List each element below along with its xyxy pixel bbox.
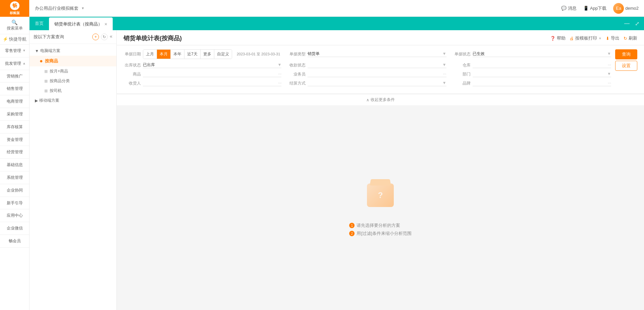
tree-item-month-product[interactable]: ▦ 按月+商品 (30, 66, 116, 76)
empty-box-graphic: ? (367, 184, 394, 207)
filter-row-2: 出库状态 ▼ 收款状态 ▼ (123, 62, 611, 68)
sidebar-item-newbie[interactable]: 新手引导 (0, 197, 29, 210)
sidebar: 畅 标账版 🔍 搜索菜单 ⚡ 快捷导航 零售管理 ▼ 批发管理 ▲ 营销推广 销… (0, 0, 30, 310)
sidebar-item-inventory[interactable]: 库存核算 (0, 121, 29, 134)
collapse-panel-btn[interactable]: « (110, 34, 112, 40)
date-current-month[interactable]: 本月 (157, 50, 171, 59)
tree-group-desktop[interactable]: ▼ 电脑端方案 (30, 46, 116, 56)
payment-input-wrap: ▼ (308, 62, 446, 68)
sidebar-item-apps[interactable]: 应用中心 (0, 209, 29, 222)
recipient-ellipsis-icon[interactable]: ··· (278, 81, 281, 85)
sidebar-item-wechat[interactable]: 企业微信 (0, 222, 29, 235)
print-dropdown-arrow[interactable]: ▼ (598, 37, 602, 40)
sidebar-item-corp[interactable]: 企业协同 (0, 184, 29, 197)
warehouse-label: 仓库 (453, 62, 471, 68)
help-btn[interactable]: ❓ 帮助 (550, 35, 566, 41)
export-btn[interactable]: ⬇ 导出 (606, 35, 620, 41)
tab-close-btn[interactable]: ✕ (104, 22, 107, 27)
sidebar-item-purchase[interactable]: 采购管理 (0, 108, 29, 121)
out-status-label: 出库状态 (123, 62, 141, 68)
settlement-input-wrap: ▼ (308, 81, 446, 86)
sidebar-item-basic[interactable]: 基础信息 (0, 159, 29, 171)
add-scheme-btn[interactable]: + (92, 34, 99, 40)
app-name-label: 办公用品行业模拟账套 (35, 5, 78, 11)
help-icon: ❓ (550, 36, 555, 41)
settlement-input[interactable] (308, 81, 442, 85)
query-btn[interactable]: 查询 (615, 49, 637, 59)
salesperson-label: 业务员 (288, 71, 306, 77)
app-download-btn[interactable]: 📱 App下载 (583, 5, 606, 11)
left-panel-header: 按以下方案查询 + ↻ « (30, 30, 116, 44)
tab-maximize-btn[interactable]: ⤢ (633, 20, 641, 28)
tree-sub-icon-category: ▦ (44, 79, 48, 83)
payment-input[interactable] (308, 62, 442, 67)
date-last-month[interactable]: 上月 (143, 50, 157, 59)
collapse-filter-btn[interactable]: ∧ 收起更多条件 (117, 94, 644, 105)
tree-group-arrow: ▼ (35, 49, 39, 53)
date-current-year[interactable]: 本年 (171, 50, 184, 59)
tab-minimize-btn[interactable]: — (622, 20, 632, 27)
filter-salesperson: 业务员 ··· (288, 71, 446, 77)
settlement-dropdown-icon[interactable]: ▼ (442, 81, 446, 85)
doc-status-input-wrap: ▼ (473, 51, 611, 57)
doc-type-input[interactable] (308, 51, 442, 56)
brand-input[interactable] (473, 81, 608, 85)
out-status-input[interactable] (143, 62, 277, 67)
print-btn[interactable]: 🖨 按模板打印 ▼ (570, 35, 602, 41)
tree-item-by-product[interactable]: ● 按商品 (30, 56, 116, 66)
date-more[interactable]: 更多 (201, 50, 214, 59)
refresh-scheme-btn[interactable]: ↻ (101, 34, 108, 40)
department-dropdown-icon[interactable]: ▼ (607, 71, 611, 76)
department-input-wrap: ▼ (473, 71, 611, 77)
doc-type-dropdown-icon[interactable]: ▼ (442, 51, 446, 56)
quick-nav-btn[interactable]: ⚡ 快捷导航 (0, 34, 29, 45)
brand-ellipsis-icon[interactable]: ··· (608, 81, 611, 85)
sidebar-item-system[interactable]: 系统管理 (0, 171, 29, 184)
recipient-input[interactable] (143, 81, 278, 85)
date-last7[interactable]: 近7天 (184, 50, 201, 59)
salesperson-ellipsis-icon[interactable]: ··· (443, 71, 446, 76)
payment-dropdown-icon[interactable]: ▼ (442, 62, 446, 67)
tree-group-mobile[interactable]: ▶ 移动端方案 (30, 96, 116, 105)
user-menu-btn[interactable]: Ea demo2 (613, 3, 639, 14)
tree-sub-icon-month: ▦ (44, 69, 48, 73)
doc-status-input[interactable] (473, 51, 607, 56)
tab-report[interactable]: 销货单统计表（按商品） ✕ (49, 17, 113, 31)
sidebar-item-operations[interactable]: 经营管理 (0, 146, 29, 159)
date-range-text: 2023-03-01 至 2023-03-31 (237, 52, 280, 57)
sidebar-item-wholesale[interactable]: 批发管理 ▲ (0, 57, 29, 70)
tab-home[interactable]: 首页 (30, 17, 49, 30)
settings-btn[interactable]: 设置 (615, 61, 637, 71)
doc-status-dropdown-icon[interactable]: ▼ (607, 51, 611, 56)
tree-item-category[interactable]: ▦ 按商品分类 (30, 76, 116, 86)
date-custom[interactable]: 自定义 (214, 50, 232, 59)
filter-fields: 单据日期 上月 本月 本年 近7天 更多 自定义 20 (123, 49, 611, 90)
refresh-btn[interactable]: ↻ 刷新 (624, 35, 637, 41)
sidebar-item-finance[interactable]: 资金管理 (0, 134, 29, 146)
app-name-area: 办公用品行业模拟账套 ▼ (35, 5, 85, 11)
warehouse-ellipsis-icon[interactable]: ··· (608, 62, 611, 67)
department-input[interactable] (473, 71, 607, 76)
product-ellipsis-icon[interactable]: ··· (278, 71, 281, 76)
warehouse-input[interactable] (473, 62, 608, 67)
filter-row-1: 单据日期 上月 本月 本年 近7天 更多 自定义 20 (123, 49, 611, 59)
recipient-label: 收货人 (123, 81, 141, 86)
refresh-icon: ↻ (624, 36, 627, 41)
filter-row-4: 收货人 ··· 结算方式 ▼ (123, 81, 611, 86)
payment-label: 收款状态 (288, 62, 306, 68)
sidebar-item-retail[interactable]: 零售管理 ▼ (0, 45, 29, 57)
sidebar-item-member[interactable]: 畅会员 (0, 235, 29, 248)
out-status-dropdown-icon[interactable]: ▼ (277, 62, 281, 67)
page-header-actions: ❓ 帮助 🖨 按模板打印 ▼ ⬇ 导出 ↻ 刷新 (550, 35, 637, 41)
filter-brand: 品牌 ··· (453, 81, 611, 86)
tree-item-driver[interactable]: ▦ 按司机 (30, 86, 116, 96)
search-menu-btn[interactable]: 🔍 搜索菜单 (0, 17, 29, 34)
doc-type-input-wrap: ▼ (308, 51, 446, 57)
product-input[interactable] (143, 71, 278, 76)
app-name-dropdown[interactable]: ▼ (81, 6, 85, 10)
salesperson-input[interactable] (308, 71, 443, 76)
sidebar-item-ecommerce[interactable]: 电商管理 (0, 95, 29, 108)
sidebar-item-marketing[interactable]: 营销推广 (0, 70, 29, 83)
sidebar-item-sales[interactable]: 销售管理 (0, 83, 29, 95)
message-btn[interactable]: 💬 消息 (561, 5, 577, 11)
